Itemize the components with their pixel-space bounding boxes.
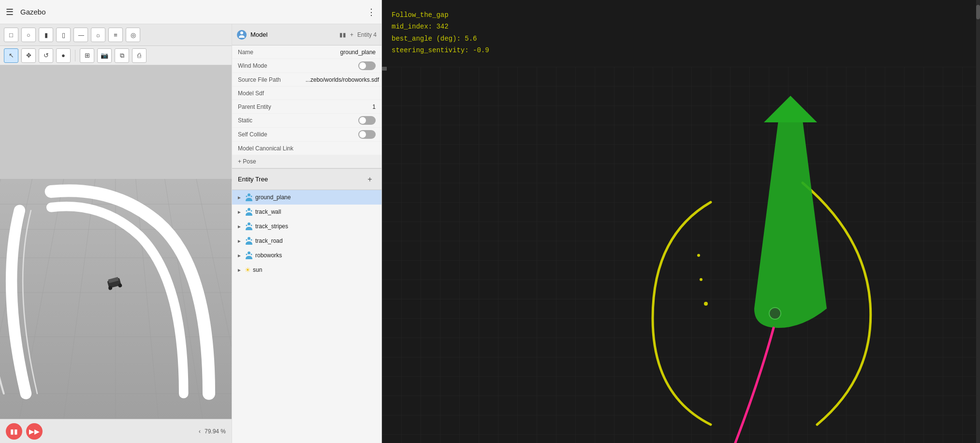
source-file-label: Source File Path — [238, 76, 306, 83]
fast-forward-button[interactable]: ▶▶ — [26, 423, 43, 440]
parent-entity-value: 1 — [306, 103, 376, 110]
camera-btn[interactable]: 📷 — [97, 48, 112, 63]
grid-view-btn[interactable]: ⊞ — [80, 48, 94, 63]
terminal-line-2: mid_index: 342 — [392, 21, 970, 32]
viewport-area: □ ○ ▮ ▯ ⸻ ☼ ≡ ◎ ↖ ✥ ↺ ● ⊞ 📷 ⧉ ⎙ — [0, 24, 232, 443]
ellipsoid-tool-btn[interactable]: ⸻ — [73, 28, 88, 42]
svg-point-31 — [248, 237, 250, 240]
terminal-line-4: steering_sentivity: -0.9 — [392, 45, 970, 56]
playback-controls: ▮▮ ▶▶ — [6, 423, 43, 440]
mode-btn[interactable]: ● — [56, 48, 71, 63]
collapse-arrow[interactable]: ‹ — [199, 428, 201, 435]
parent-entity-property-row: Parent Entity 1 — [232, 100, 381, 114]
tree-arrow-track-road: ► — [236, 238, 243, 244]
svg-point-34 — [248, 251, 250, 254]
model-controls: ▮▮ + Entity 4 — [339, 31, 377, 38]
svg-point-27 — [251, 210, 252, 212]
hamburger-menu-icon[interactable]: ☰ — [6, 7, 14, 17]
tree-label-ground-plane: ground_plane — [255, 194, 291, 201]
wind-mode-label: Wind Mode — [238, 62, 306, 69]
static-toggle[interactable] — [358, 116, 376, 125]
filter-tool-btn[interactable]: ◎ — [126, 28, 140, 42]
svg-point-23 — [246, 196, 248, 197]
dots-menu-icon[interactable]: ⋮ — [367, 7, 376, 17]
pause-icon[interactable]: ▮▮ — [339, 31, 346, 38]
rotate-tool-btn[interactable]: ↺ — [39, 48, 53, 63]
terminal-line-3: best_angle (deg): 5.6 — [392, 33, 970, 44]
svg-point-28 — [248, 222, 250, 225]
svg-point-32 — [246, 239, 248, 241]
entity-tree-panel: Entity Tree + ► ground_plane ► — [232, 169, 381, 443]
add-icon[interactable]: + — [350, 31, 353, 38]
svg-point-25 — [248, 208, 250, 211]
gazebo-titlebar: ☰ Gazebo ⋮ — [0, 0, 381, 24]
tree-item-sun[interactable]: ► ☀ sun — [232, 263, 381, 277]
name-label: Name — [238, 49, 306, 56]
entity-icon-ground-plane — [245, 193, 253, 202]
tree-arrow-track-stripes: ► — [236, 224, 243, 229]
entity-icon-track-stripes — [245, 222, 253, 231]
3d-visualization-area — [382, 67, 980, 443]
svg-point-43 — [697, 254, 700, 257]
tree-arrow-ground-plane: ► — [236, 195, 243, 200]
tree-item-roboworks[interactable]: ► roboworks — [232, 248, 381, 263]
box-tool-btn[interactable]: □ — [4, 28, 18, 42]
select-tool-btn[interactable]: ↖ — [4, 48, 18, 63]
static-property-row: Static — [232, 114, 381, 128]
self-collide-label: Self Collide — [238, 131, 306, 138]
properties-panel: Model ▮▮ + Entity 4 Name ground_plane Wi… — [232, 24, 381, 443]
tree-item-track-road[interactable]: ► track_road — [232, 234, 381, 248]
svg-point-29 — [246, 225, 248, 226]
entity-tree-title: Entity Tree — [238, 176, 364, 183]
svg-point-24 — [251, 196, 252, 197]
svg-point-22 — [248, 193, 250, 196]
copy-btn[interactable]: ⧉ — [115, 48, 129, 63]
terminal-output: Follow_the_gap mid_index: 342 best_angle… — [382, 0, 980, 67]
terminal-panel: Follow_the_gap mid_index: 342 best_angle… — [382, 0, 980, 443]
tree-arrow-sun: ► — [236, 267, 243, 273]
paste-btn[interactable]: ⎙ — [132, 48, 146, 63]
svg-point-21 — [240, 31, 243, 34]
light-tool-btn[interactable]: ☼ — [91, 28, 105, 42]
tree-label-track-wall: track_wall — [255, 208, 281, 215]
source-file-value: ...zebo/worlds/roboworks.sdf — [306, 76, 379, 83]
svg-rect-40 — [382, 67, 387, 71]
svg-point-30 — [251, 225, 252, 226]
pause-button[interactable]: ▮▮ — [6, 423, 22, 440]
entity-count-label: Entity 4 — [357, 31, 377, 38]
scroll-thumb[interactable] — [976, 5, 980, 19]
toolbar-row2: ↖ ✥ ↺ ● ⊞ 📷 ⧉ ⎙ — [0, 46, 232, 65]
self-collide-toggle[interactable] — [358, 130, 376, 139]
model-panel-header: Model ▮▮ + Entity 4 — [232, 24, 381, 45]
sun-icon: ☀ — [245, 266, 251, 274]
terminal-line-1: Follow_the_gap — [392, 10, 970, 20]
sphere-tool-btn[interactable]: ○ — [21, 28, 36, 42]
model-canonical-link-property-row: Model Canonical Link — [232, 142, 381, 155]
tree-label-roboworks: roboworks — [255, 252, 282, 259]
tree-label-sun: sun — [253, 266, 262, 273]
entity-icon-track-road — [245, 236, 253, 245]
svg-point-39 — [769, 308, 781, 319]
entity-tree-add-button[interactable]: + — [364, 174, 376, 185]
gazebo-main: □ ○ ▮ ▯ ⸻ ☼ ≡ ◎ ↖ ✥ ↺ ● ⊞ 📷 ⧉ ⎙ — [0, 24, 381, 443]
capsule-tool-btn[interactable]: ▯ — [56, 28, 71, 42]
model-sdf-label: Model Sdf — [238, 90, 306, 97]
pose-section[interactable]: + Pose — [232, 155, 381, 168]
translate-tool-btn[interactable]: ✥ — [21, 48, 36, 63]
tree-item-ground-plane[interactable]: ► ground_plane — [232, 190, 381, 205]
tree-label-track-stripes: track_stripes — [255, 223, 288, 230]
grid-tool-btn[interactable]: ≡ — [108, 28, 123, 42]
gazebo-panel: ☰ Gazebo ⋮ □ ○ ▮ ▯ ⸻ ☼ ≡ ◎ ↖ ✥ ↺ ● — [0, 0, 382, 443]
cylinder-tool-btn[interactable]: ▮ — [39, 28, 53, 42]
scrollbar[interactable] — [976, 0, 980, 443]
tree-item-track-wall[interactable]: ► track_wall — [232, 205, 381, 219]
wind-mode-property-row: Wind Mode — [232, 59, 381, 73]
svg-point-36 — [251, 254, 252, 255]
3d-viewport[interactable] — [0, 65, 232, 419]
tree-item-track-stripes[interactable]: ► track_stripes — [232, 219, 381, 234]
wind-mode-toggle[interactable] — [358, 61, 376, 70]
svg-point-41 — [704, 302, 708, 306]
svg-point-35 — [246, 254, 248, 255]
name-value: ground_plane — [306, 49, 376, 56]
svg-rect-38 — [382, 67, 980, 443]
